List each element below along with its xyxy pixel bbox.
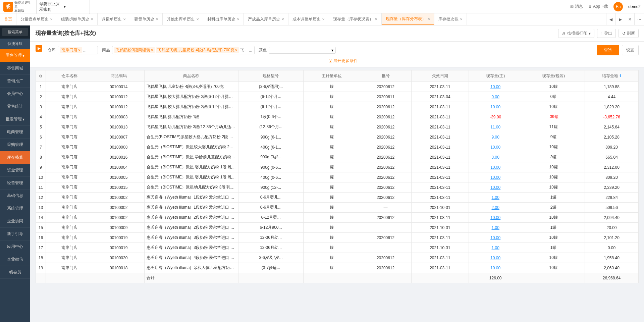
row-qty-main[interactable]: 10.00	[469, 142, 522, 152]
row-code: 00100014	[93, 82, 144, 92]
close-icon[interactable]: ✕	[196, 17, 199, 21]
close-icon[interactable]: ✕	[322, 17, 325, 21]
quick-nav-btn[interactable]: 快捷导航	[0, 39, 30, 49]
product-filter: 商品 飞鹤奶粉3段两罐装 × 飞鹤星飞帆 儿童奶粉 4段(3-6岁适用) 700…	[102, 46, 255, 54]
close-icon[interactable]: ✕	[281, 17, 284, 21]
sidebar-item-ecommerce[interactable]: 电商管理	[0, 126, 30, 139]
sidebar-item-enterprise-micro[interactable]: 企业微信	[0, 253, 30, 266]
row-qty-main[interactable]: 10.00	[469, 233, 522, 243]
row-qty-main[interactable]: 10.00	[469, 253, 522, 263]
close-icon[interactable]: ✕	[50, 17, 53, 21]
sidebar-item-retail[interactable]: 零售管理 ▾	[0, 49, 30, 62]
sidebar-item-marketing[interactable]: 营销推广	[0, 75, 30, 88]
tab-disassemble-history[interactable]: 组装拆卸单历史 ✕	[57, 13, 98, 25]
sidebar-item-system[interactable]: 系统管理	[0, 202, 30, 215]
tab-require-history[interactable]: 要货单历史 ✕	[130, 13, 163, 25]
sidebar-item-wholesale[interactable]: 批发管理 ▾	[0, 113, 30, 126]
app-download-btn[interactable]: ⬇ App下载	[588, 4, 608, 9]
export-btn[interactable]: ↑ 导出	[597, 29, 616, 38]
row-qty-main[interactable]: 10.00	[469, 102, 522, 112]
row-qty-main[interactable]: 10.00	[469, 263, 522, 273]
row-name: 惠氏启睿（Wyeth illuma）1段奶粉 爱尔兰进口 0-6月婴...	[144, 193, 238, 203]
row-qty-main[interactable]: 10.00	[469, 182, 522, 193]
row-qty-main[interactable]: -39.00	[469, 112, 522, 122]
color-tag-container[interactable]: ▾	[269, 47, 336, 54]
row-qty-main[interactable]: 1.00	[469, 243, 522, 253]
sidebar-item-basic[interactable]: 基础信息	[0, 190, 30, 202]
tab-mix-history[interactable]: 调拨单历史 ✕	[98, 13, 130, 25]
sidebar-item-retail-shop[interactable]: 零售商城	[0, 62, 30, 75]
sidebar-item-guide[interactable]: 新手引导	[0, 228, 30, 240]
tab-label: 调拨单历史	[102, 16, 122, 22]
row-no: 2	[36, 92, 46, 102]
row-qty-main[interactable]: 10.00	[469, 213, 522, 223]
row-qty-main[interactable]: 10.00	[469, 162, 522, 172]
tab-product-in[interactable]: 产成品入库单历史 ✕	[244, 13, 288, 25]
close-icon[interactable]: ✕	[460, 17, 463, 21]
row-name: 惠氏启睿（Wyeth illuma）1段奶粉 爱尔兰进口 0-6月婴...	[144, 203, 238, 213]
row-spec: 1段(0-6个...	[238, 112, 303, 122]
remove-product-tag-2[interactable]: ×	[235, 48, 237, 53]
tab-other-out[interactable]: 其他出库单历史 ✕	[163, 13, 203, 25]
message-btn[interactable]: ✉ 消息	[570, 4, 583, 9]
row-qty-main[interactable]: 9.00	[469, 132, 522, 142]
close-icon[interactable]: ✕	[237, 17, 239, 21]
refresh-btn[interactable]: ↺ 刷新	[619, 29, 639, 38]
row-qty-main[interactable]: 10.00	[469, 82, 522, 92]
row-qty-main[interactable]: 1.00	[469, 223, 522, 233]
sidebar-item-purchase[interactable]: 采购管理	[0, 139, 30, 151]
close-icon[interactable]: ✕	[427, 17, 430, 21]
row-qty-main[interactable]: 10.00	[469, 172, 522, 182]
tab-close-all-btn[interactable]: ✕	[625, 13, 635, 25]
sidebar-item-inventory[interactable]: 库存核算	[0, 151, 30, 164]
sidebar-item-app-center[interactable]: 应用中心	[0, 240, 30, 253]
tab-next-btn[interactable]: ▶	[616, 13, 625, 25]
row-qty-main[interactable]: 0.00	[469, 92, 522, 102]
row-unit: 罐	[304, 82, 360, 92]
row-qty-main[interactable]: 11.00	[469, 122, 522, 132]
tab-label: 分量盘点单历史	[20, 16, 49, 22]
tab-prev-btn[interactable]: ◀	[606, 13, 616, 25]
remove-warehouse-tag[interactable]: ×	[78, 48, 80, 53]
tab-home[interactable]: 首页	[0, 13, 16, 25]
tab-stock-status[interactable]: 现存量（库存状况表） ✕	[329, 13, 382, 25]
refresh-label: 刷新	[627, 31, 635, 36]
row-qty-main[interactable]: 2.00	[469, 203, 522, 213]
close-icon[interactable]: ✕	[156, 17, 158, 21]
close-icon[interactable]: ✕	[123, 17, 126, 21]
settings-btn[interactable]: 设置	[622, 45, 639, 55]
sidebar-item-business[interactable]: 经营管理	[0, 177, 30, 190]
tab-cost-adjust[interactable]: 成本调整单历史 ✕	[288, 13, 329, 25]
sidebar-item-stats[interactable]: 零售统计	[0, 100, 30, 113]
tab-split-history[interactable]: 分量盘点单历史 ✕	[16, 13, 57, 25]
avatar[interactable]: Ea	[613, 2, 623, 11]
tab-batch-voucher[interactable]: 库存批次账 ✕	[434, 13, 467, 25]
expand-more-btn[interactable]: ⊻ 展开更多条件	[48, 58, 639, 64]
product-more-dots[interactable]: ...	[249, 48, 252, 53]
warehouse-tag-container[interactable]: 南岸门店 × ...	[58, 46, 98, 54]
sidebar-item-finance[interactable]: 资金管理	[0, 164, 30, 177]
search-menu-btn[interactable]: 搜索英单	[2, 28, 28, 36]
tab-stock-dist[interactable]: 现存量（库存分布表） ✕	[382, 13, 434, 25]
remove-product-tag-1[interactable]: ×	[151, 48, 153, 53]
close-icon[interactable]: ✕	[91, 17, 93, 21]
warehouse-more[interactable]: ...	[83, 48, 87, 53]
org-selector[interactable]: 母婴行业演示账套 ▾	[36, 0, 90, 14]
table-row: 8 南岸门店 00100016 合生元（BIOSTIME）派星 学龄前儿童配方奶…	[36, 152, 639, 162]
col-spec: 规格型号	[238, 70, 303, 82]
tab-material-out[interactable]: 材料出库单历史 ✕	[203, 13, 244, 25]
expand-filter-btn[interactable]: ▶	[36, 45, 42, 52]
query-btn[interactable]: 查询	[597, 45, 619, 55]
col-settings[interactable]: ⚙	[36, 70, 46, 82]
sidebar-item-enterprise[interactable]: 企业协同	[0, 215, 30, 228]
close-icon[interactable]: ✕	[375, 17, 377, 21]
row-qty-main[interactable]: 1.00	[469, 193, 522, 203]
sidebar-item-member-vip[interactable]: 畅会员	[0, 266, 30, 279]
sidebar-item-members[interactable]: 会员中心	[0, 88, 30, 100]
product-tag-2-value: 飞鹤星飞帆 儿童奶粉 4段(3-6岁适用) 700克	[157, 47, 234, 53]
settings-icon[interactable]: ⚙	[38, 73, 44, 79]
row-qty-main[interactable]: 3.00	[469, 152, 522, 162]
tab-more-btn[interactable]: ⋯	[635, 13, 644, 25]
product-tag-container[interactable]: 飞鹤奶粉3段两罐装 × 飞鹤星飞帆 儿童奶粉 4段(3-6岁适用) 700克 ×…	[112, 46, 255, 54]
print-btn[interactable]: 🖨 按模板打印 ▾	[558, 29, 594, 38]
